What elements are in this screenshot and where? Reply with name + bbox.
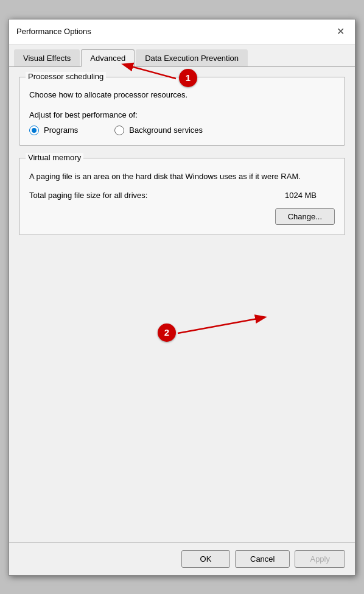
title-bar: Performance Options ✕ (9, 19, 355, 44)
vm-bottom: Change... (29, 208, 335, 225)
dialog-title: Performance Options (16, 27, 91, 36)
performance-options-dialog: Performance Options ✕ Visual Effects Adv… (9, 19, 355, 576)
bottom-bar: OK Cancel Apply (9, 542, 355, 575)
tab-visual-effects[interactable]: Visual Effects (14, 49, 80, 66)
vm-size-value: 1024 MB (285, 191, 317, 200)
change-button[interactable]: Change... (275, 208, 335, 225)
virtual-memory-title: Virtual memory (26, 153, 83, 162)
close-button[interactable]: ✕ (333, 24, 348, 39)
apply-button[interactable]: Apply (295, 550, 345, 568)
vm-size-row: Total paging file size for all drives: 1… (29, 191, 335, 200)
processor-scheduling-title: Processor scheduling (26, 72, 106, 81)
radio-group: Programs Background services (29, 126, 335, 135)
tab-advanced[interactable]: Advanced (81, 49, 135, 67)
radio-circle-background (114, 126, 124, 135)
vm-size-label: Total paging file size for all drives: (29, 191, 147, 200)
content-area: Processor scheduling Choose how to alloc… (9, 67, 355, 542)
adjust-label: Adjust for best performance of: (29, 110, 335, 119)
radio-label-background: Background services (129, 126, 203, 135)
radio-circle-programs (29, 126, 39, 135)
virtual-memory-section: Virtual memory A paging file is an area … (19, 158, 345, 236)
radio-label-programs: Programs (44, 126, 78, 135)
radio-programs[interactable]: Programs (29, 126, 78, 135)
radio-dot-programs (32, 128, 37, 133)
cancel-button[interactable]: Cancel (235, 550, 290, 568)
virtual-memory-description: A paging file is an area on the hard dis… (29, 171, 335, 183)
radio-background-services[interactable]: Background services (114, 126, 203, 135)
ok-button[interactable]: OK (181, 550, 230, 568)
tab-data-execution-prevention[interactable]: Data Execution Prevention (136, 49, 248, 66)
processor-scheduling-description: Choose how to allocate processor resourc… (29, 90, 335, 101)
processor-scheduling-section: Processor scheduling Choose how to alloc… (19, 77, 345, 146)
tab-bar: Visual Effects Advanced Data Execution P… (9, 44, 355, 67)
